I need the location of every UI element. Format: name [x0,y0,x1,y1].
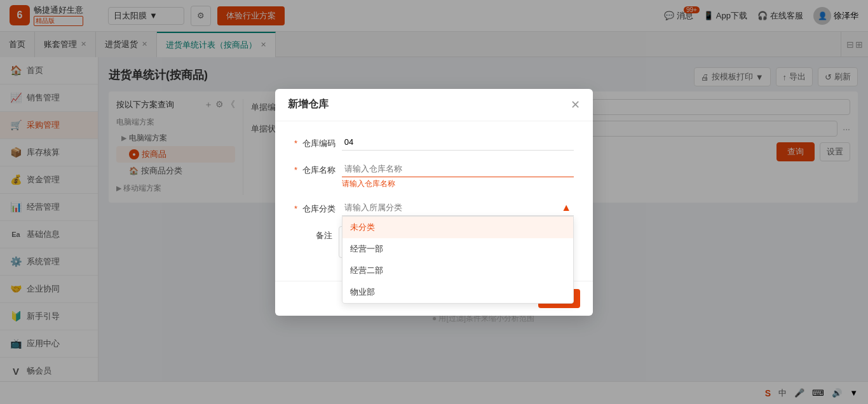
modal-body: * 仓库编码 * 仓库名称 请输入仓库名称 [275,121,593,281]
form-row-code: * 仓库编码 [294,134,574,151]
code-label: * 仓库编码 [294,134,336,149]
modal-overlay[interactable]: 新增仓库 ✕ * 仓库编码 * 仓库名称 [0,0,868,404]
warehouse-name-input[interactable] [342,161,574,177]
notes-label: 备注 [294,226,332,241]
category-option-none[interactable]: 未分类 [342,217,573,238]
category-option-property[interactable]: 物业部 [342,281,573,303]
name-label: * 仓库名称 [294,161,336,176]
required-star-code: * [294,138,297,148]
form-row-category: * 仓库分类 ▲ 未分类 经营一部 经营二部 物业部 [294,199,574,216]
modal-close-button[interactable]: ✕ [571,98,580,112]
category-option-dept1[interactable]: 经营一部 [342,238,573,260]
category-label: * 仓库分类 [294,199,336,215]
name-error-msg: 请输入仓库名称 [342,178,574,189]
category-dropdown: 未分类 经营一部 经营二部 物业部 [342,216,574,304]
required-star-cat: * [294,204,297,213]
warehouse-code-input[interactable] [342,134,574,151]
add-warehouse-modal: 新增仓库 ✕ * 仓库编码 * 仓库名称 [275,89,593,316]
form-row-name: * 仓库名称 请输入仓库名称 [294,161,574,189]
category-toggle-icon[interactable]: ▲ [561,202,571,213]
modal-title: 新增仓库 [288,98,329,111]
category-input-wrap: ▲ 未分类 经营一部 经营二部 物业部 [342,199,574,216]
category-input[interactable] [342,199,574,216]
required-star-name: * [294,165,297,175]
modal-header: 新增仓库 ✕ [275,89,593,121]
category-option-dept2[interactable]: 经营二部 [342,260,573,281]
